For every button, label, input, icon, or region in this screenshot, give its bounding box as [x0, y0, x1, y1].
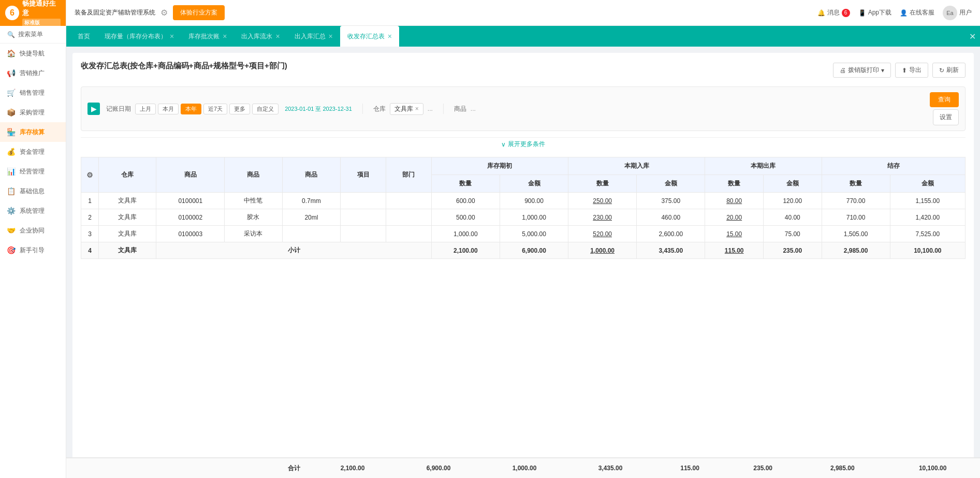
user-action[interactable]: Ea 用户	[943, 6, 972, 20]
out-qty-link[interactable]: 15.00	[726, 230, 742, 238]
sidebar-item-marketing[interactable]: 📢 营销推广	[0, 63, 66, 83]
subtotal-warehouse: 文具库	[99, 242, 156, 259]
tab-home[interactable]: 首页	[70, 26, 97, 47]
sidebar-item-system[interactable]: ⚙️ 系统管理	[0, 201, 66, 221]
online-service-action[interactable]: 👤 在线客服	[900, 8, 934, 17]
row-in-qty[interactable]: 230.00	[568, 209, 637, 226]
footer-init-amt: 6,900.00	[396, 460, 481, 477]
date-btn-this-month[interactable]: 本月	[158, 104, 179, 114]
trial-button[interactable]: 体验行业方案	[173, 5, 225, 20]
row-out-qty[interactable]: 15.00	[705, 226, 764, 242]
table-row: 1 文具库 0100001 中性笔 0.7mm 600.00 900.00 25…	[81, 193, 966, 209]
expand-conditions-row[interactable]: ∨ 展开更多条件	[81, 137, 966, 151]
sidebar-item-basic[interactable]: 📋 基础信息	[0, 181, 66, 201]
sidebar-item-sales[interactable]: 🛒 销售管理	[0, 83, 66, 103]
date-btn-7days[interactable]: 近7天	[203, 104, 227, 114]
messages-label: 消息	[827, 8, 840, 17]
sidebar-item-purchase[interactable]: 📦 采购管理	[0, 103, 66, 122]
tab-close-icon[interactable]: ×	[223, 32, 227, 40]
sidebar-item-quick-nav[interactable]: 🏠 快捷导航	[0, 44, 66, 63]
footer-total: 合计 2,100.00 6,900.00 1,000.00 3,435.00 1…	[66, 457, 980, 478]
subtotal-row: 4 文具库 小计 2,100.00 6,900.00 1,000.00 3,43…	[81, 242, 966, 259]
out-qty-link[interactable]: 20.00	[726, 214, 742, 221]
footer-bal-qty: 2,985.00	[799, 460, 885, 477]
tab-inout-flow[interactable]: 出入库流水 ×	[234, 26, 287, 47]
top-header: 装备及固定资产辅助管理系统 ⚙ 体验行业方案 🔔 消息 6 📱 App下载 👤 …	[66, 0, 980, 26]
out-qty-link[interactable]: 80.00	[726, 197, 742, 205]
tab-inventory-dist-label: 现存量（库存分布表）	[105, 32, 167, 41]
service-icon: 👤	[900, 9, 908, 17]
col-init-qty-header: 数量	[431, 175, 500, 193]
print-button[interactable]: 🖨 拨销版打印 ▾	[833, 63, 891, 78]
in-qty-link[interactable]: 250.00	[593, 197, 612, 205]
date-btn-last-month[interactable]: 上月	[135, 104, 156, 114]
in-qty-link[interactable]: 520.00	[593, 230, 612, 238]
row-out-qty[interactable]: 80.00	[705, 193, 764, 209]
tab-close-icon[interactable]: ×	[388, 32, 392, 40]
row-code: 0100001	[156, 193, 225, 209]
guide-icon: 🎯	[6, 245, 16, 255]
query-button[interactable]: 查询	[930, 92, 959, 107]
date-btn-custom[interactable]: 自定义	[252, 104, 279, 114]
date-buttons: 上月 本月 本年 近7天 更多 自定义	[135, 104, 279, 114]
in-qty-link[interactable]: 230.00	[593, 214, 612, 221]
row-spec: 20ml	[282, 209, 341, 226]
col-code-header: 商品	[156, 157, 225, 193]
row-out-qty[interactable]: 20.00	[705, 209, 764, 226]
footer-in-amt: 3,435.00	[567, 460, 653, 477]
footer-table: 合计 2,100.00 6,900.00 1,000.00 3,435.00 1…	[66, 460, 980, 477]
table-row: 3 文具库 0100003 采访本 1,000.00 5,000.00 520.…	[81, 226, 966, 242]
tab-inventory-dist[interactable]: 现存量（库存分布表） ×	[97, 26, 181, 47]
row-project	[341, 226, 386, 242]
tab-receipt-summary[interactable]: 收发存汇总表 ×	[340, 26, 399, 47]
app-download-action[interactable]: 📱 App下载	[858, 8, 891, 17]
tab-close-icon[interactable]: ×	[275, 32, 280, 40]
row-bal-qty: 710.00	[822, 209, 890, 226]
tab-bar: 首页 现存量（库存分布表） × 库存批次账 × 出入库流水 × 出入库汇总 × …	[66, 26, 980, 47]
goods-more[interactable]: ...	[471, 105, 476, 112]
table-settings-button[interactable]: 设置	[933, 109, 959, 125]
page-content: 收发存汇总表(按仓库+商品编码+商品+规格型号+项目+部门) 🖨 拨销版打印 ▾…	[66, 47, 980, 478]
sidebar-item-guide[interactable]: 🎯 新手引导	[0, 240, 66, 260]
warehouse-more[interactable]: ...	[428, 105, 433, 112]
sidebar-item-finance[interactable]: 💰 资金管理	[0, 142, 66, 162]
date-btn-more[interactable]: 更多	[229, 104, 250, 114]
settings-icon[interactable]: ⚙	[160, 8, 168, 18]
row-dept	[386, 193, 431, 209]
sidebar-item-operations[interactable]: 📊 经营管理	[0, 162, 66, 181]
col-out-qty-header: 数量	[705, 175, 764, 193]
filter-expand-button[interactable]: ▶	[87, 103, 100, 115]
tab-batch[interactable]: 库存批次账 ×	[181, 26, 234, 47]
subtotal-in-qty[interactable]: 1,000.00	[568, 242, 637, 259]
refresh-button[interactable]: ↻ 刷新	[932, 63, 966, 78]
sidebar-item-inventory[interactable]: 🏪 库存核算	[0, 122, 66, 142]
row-in-qty[interactable]: 250.00	[568, 193, 637, 209]
subtotal-out-qty[interactable]: 115.00	[705, 242, 764, 259]
sidebar-search[interactable]: 🔍 搜索菜单	[0, 26, 66, 44]
row-no: 1	[81, 193, 99, 209]
row-bal-amt: 1,155.00	[890, 193, 965, 209]
sidebar-item-enterprise[interactable]: 🤝 企业协同	[0, 221, 66, 240]
sidebar-item-label: 企业协同	[20, 226, 45, 235]
expand-label: 展开更多条件	[508, 140, 545, 149]
col-warehouse-header: 仓库	[99, 157, 156, 193]
tab-close-icon[interactable]: ×	[329, 32, 333, 40]
filter-group: 记账日期 上月 本月 本年 近7天 更多 自定义 2023-01-01 至 20…	[106, 103, 922, 115]
warehouse-tag[interactable]: 文具库 ×	[390, 103, 423, 115]
sidebar-item-label: 快捷导航	[20, 49, 45, 58]
sidebar-item-label: 经营管理	[20, 167, 45, 176]
tab-close-icon[interactable]: ×	[170, 32, 174, 40]
subtotal-out-qty-link[interactable]: 115.00	[725, 247, 744, 254]
export-button[interactable]: ⬆ 导出	[895, 63, 928, 78]
col-settings-icon[interactable]: ⚙	[86, 171, 93, 179]
row-dept	[386, 226, 431, 242]
messages-action[interactable]: 🔔 消息 6	[817, 8, 850, 17]
sidebar-item-label: 营销推广	[20, 69, 45, 78]
subtotal-in-qty-link[interactable]: 1,000.00	[590, 247, 615, 254]
date-btn-this-year[interactable]: 本年	[181, 104, 201, 114]
warehouse-tag-close-icon[interactable]: ×	[415, 105, 419, 112]
page-header-right: 🖨 拨销版打印 ▾ ⬆ 导出 ↻ 刷新	[833, 63, 966, 78]
tab-bar-close-icon[interactable]: ✕	[969, 32, 976, 41]
row-in-qty[interactable]: 520.00	[568, 226, 637, 242]
tab-inout-summary[interactable]: 出入库汇总 ×	[287, 26, 340, 47]
